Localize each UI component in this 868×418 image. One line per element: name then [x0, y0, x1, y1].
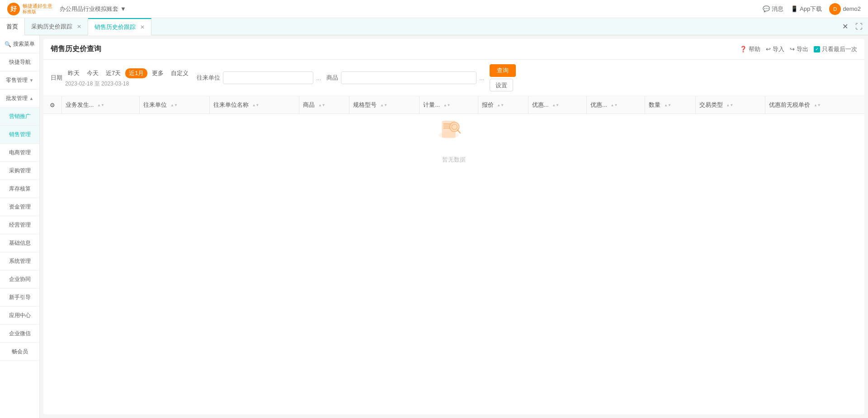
- empty-icon: [436, 114, 472, 150]
- col-biz-date[interactable]: 业务发生... ▲▼: [61, 96, 140, 114]
- export-action[interactable]: ↪ 导出: [790, 45, 808, 53]
- data-table: ⚙ 业务发生... ▲▼ 往来单位 ▲▼ 往来单位名称: [43, 96, 864, 114]
- page-header: 销售历史价查询 ❓ 帮助 ↩ 导入 ↪ 导出 ✓: [43, 39, 864, 60]
- maximize-button[interactable]: ⛶: [854, 21, 864, 33]
- date-buttons: 昨天 今天 近7天 近1月 更多 自定义: [65, 68, 191, 78]
- page-content: 销售历史价查询 ❓ 帮助 ↩ 导入 ↪ 导出 ✓: [43, 39, 864, 414]
- help-icon: ❓: [740, 46, 747, 52]
- sidebar-item-base-info[interactable]: 基础信息: [0, 234, 39, 252]
- export-icon: ↪: [790, 46, 795, 52]
- help-action[interactable]: ❓ 帮助: [740, 45, 760, 53]
- sidebar-item-member[interactable]: 畅会员: [0, 343, 39, 361]
- avatar: D: [829, 3, 841, 15]
- date-btn-custom[interactable]: 自定义: [168, 68, 191, 78]
- only-last-checkbox[interactable]: ✓ 只看最后一次: [814, 45, 857, 53]
- tab-purchase-history[interactable]: 采购历史价跟踪 ✕: [25, 18, 88, 35]
- svg-line-6: [458, 130, 460, 133]
- goods-input[interactable]: [341, 71, 476, 84]
- action-buttons: 查询 设置: [490, 64, 516, 91]
- partner-input[interactable]: [223, 71, 313, 84]
- goods-label: 商品: [326, 74, 338, 82]
- sort-discount-amt-icon: ▲▼: [611, 104, 618, 107]
- col-settings[interactable]: ⚙: [43, 96, 61, 114]
- tab-bar: 首页 采购历史价跟踪 ✕ 销售历史价跟踪 ✕ ✕ ⛶: [0, 18, 868, 35]
- sidebar-item-app-center[interactable]: 应用中心: [0, 307, 39, 325]
- sidebar-item-retail-mgmt[interactable]: 零售管理 ▼: [0, 71, 39, 90]
- header-right: 💬 消息 📱 App下载 D demo2: [763, 3, 861, 15]
- goods-dots[interactable]: ...: [479, 75, 484, 81]
- logo-area: 好 畅捷通好生意 标推版: [7, 3, 52, 15]
- date-btn-today[interactable]: 今天: [84, 68, 101, 78]
- sort-trade-type-icon: ▲▼: [726, 104, 733, 107]
- checkbox-checked-icon: ✓: [814, 46, 820, 52]
- sidebar-item-wholesale-mgmt[interactable]: 批发管理 ▲: [0, 90, 39, 108]
- chevron-down-icon: ▼: [120, 5, 126, 12]
- sidebar-item-corp-wechat[interactable]: 企业微信: [0, 325, 39, 343]
- sidebar-item-guide[interactable]: 新手引导: [0, 289, 39, 307]
- col-partner-code[interactable]: 往来单位 ▲▼: [140, 96, 210, 114]
- table-settings-icon[interactable]: ⚙: [50, 102, 55, 109]
- empty-state: 暂无数据: [43, 114, 864, 164]
- sort-quantity-icon: ▲▼: [664, 104, 671, 107]
- sidebar: 🔍 搜索菜单 快捷导航 零售管理 ▼ 批发管理 ▲ 营销推广 销售管理 电商管理…: [0, 35, 40, 418]
- date-range-display: 2023-02-18 至 2023-03-18: [65, 80, 191, 88]
- date-btn-7days[interactable]: 近7天: [103, 68, 123, 78]
- tab-home[interactable]: 首页: [0, 18, 25, 35]
- date-filter-group: 日期 昨天 今天 近7天 近1月 更多 自定义 2023-02-18 至 202…: [51, 68, 191, 88]
- col-unit[interactable]: 计量... ▲▼: [420, 96, 478, 114]
- partner-filter-group: 往来单位 ...: [197, 71, 321, 84]
- empty-text: 暂无数据: [442, 156, 466, 164]
- user-action[interactable]: D demo2: [829, 3, 861, 15]
- col-spec[interactable]: 规格型号 ▲▼: [349, 96, 420, 114]
- col-discount-rate[interactable]: 优惠... ▲▼: [528, 96, 586, 114]
- main-layout: 🔍 搜索菜单 快捷导航 零售管理 ▼ 批发管理 ▲ 营销推广 销售管理 电商管理…: [0, 35, 868, 418]
- col-price[interactable]: 报价 ▲▼: [478, 96, 528, 114]
- col-pretax-price[interactable]: 优惠前无税单价 ▲▼: [765, 96, 864, 114]
- app-download-action[interactable]: 📱 App下载: [791, 5, 822, 13]
- import-action[interactable]: ↩ 导入: [766, 45, 784, 53]
- page-header-actions: ❓ 帮助 ↩ 导入 ↪ 导出 ✓ 只看最后一次: [740, 45, 857, 59]
- search-icon: 🔍: [5, 41, 11, 48]
- sidebar-item-sales-mgmt[interactable]: 销售管理: [0, 126, 39, 144]
- sidebar-item-finance[interactable]: 资金管理: [0, 198, 39, 216]
- date-label: 日期: [51, 74, 62, 82]
- date-btn-1month[interactable]: 近1月: [125, 68, 147, 78]
- col-trade-type[interactable]: 交易类型 ▲▼: [695, 96, 765, 114]
- table-header-row: ⚙ 业务发生... ▲▼ 往来单位 ▲▼ 往来单位名称: [43, 96, 864, 114]
- sort-pretax-price-icon: ▲▼: [814, 104, 821, 107]
- date-btn-more[interactable]: 更多: [149, 68, 166, 78]
- close-sales-tab-button[interactable]: ✕: [140, 24, 145, 30]
- app-selector[interactable]: 办公用品行业模拟账套 ▼: [56, 3, 130, 15]
- sidebar-item-system[interactable]: 系统管理: [0, 252, 39, 271]
- expand-wholesale-icon: ▲: [29, 96, 34, 101]
- sidebar-item-search-menu[interactable]: 🔍 搜索菜单: [0, 35, 39, 53]
- sidebar-item-inventory[interactable]: 库存核算: [0, 180, 39, 198]
- col-partner-name[interactable]: 往来单位名称 ▲▼: [210, 96, 299, 114]
- sidebar-item-enterprise[interactable]: 企业协同: [0, 271, 39, 289]
- sidebar-item-purchase[interactable]: 采购管理: [0, 162, 39, 180]
- sort-partner-code-icon: ▲▼: [170, 104, 178, 107]
- tab-sales-history[interactable]: 销售历史价跟踪 ✕: [88, 18, 151, 35]
- col-goods[interactable]: 商品 ▲▼: [299, 96, 349, 114]
- col-discount-amt[interactable]: 优惠... ▲▼: [587, 96, 645, 114]
- sidebar-item-marketing[interactable]: 营销推广: [0, 108, 39, 126]
- partner-dots[interactable]: ...: [316, 75, 321, 81]
- sidebar-item-operations[interactable]: 经营管理: [0, 216, 39, 234]
- table-container: ⚙ 业务发生... ▲▼ 往来单位 ▲▼ 往来单位名称: [43, 96, 864, 414]
- settings-button[interactable]: 设置: [490, 79, 513, 91]
- col-quantity[interactable]: 数量 ▲▼: [645, 96, 695, 114]
- sidebar-item-quick-nav[interactable]: 快捷导航: [0, 53, 39, 71]
- close-all-tabs-button[interactable]: ✕: [840, 20, 850, 33]
- date-btn-yesterday[interactable]: 昨天: [65, 68, 82, 78]
- sort-biz-date-icon: ▲▼: [97, 104, 104, 107]
- message-action[interactable]: 💬 消息: [763, 5, 783, 13]
- sort-price-icon: ▲▼: [497, 104, 504, 107]
- sidebar-item-ecommerce[interactable]: 电商管理: [0, 144, 39, 162]
- import-icon: ↩: [766, 46, 771, 52]
- expand-retail-icon: ▼: [29, 78, 34, 83]
- search-button[interactable]: 查询: [490, 64, 516, 77]
- close-purchase-tab-button[interactable]: ✕: [77, 24, 81, 30]
- page-title: 销售历史价查询: [51, 44, 101, 59]
- top-header: 好 畅捷通好生意 标推版 办公用品行业模拟账套 ▼ 💬 消息 📱 App下载 D…: [0, 0, 868, 18]
- tab-bar-actions: ✕ ⛶: [840, 20, 868, 33]
